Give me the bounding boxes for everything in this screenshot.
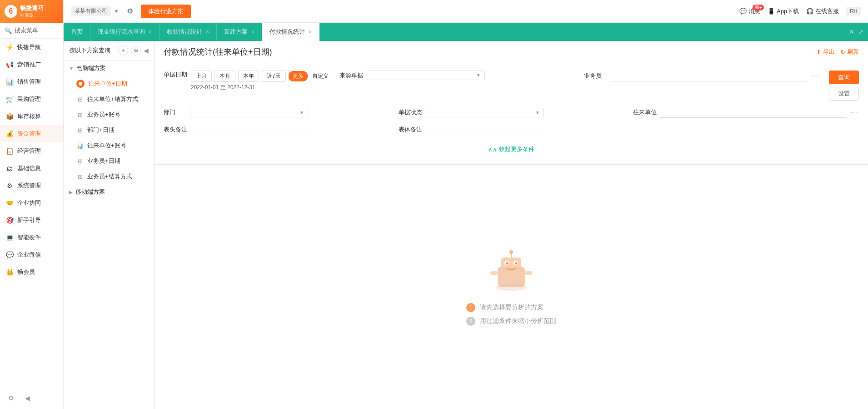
sidebar-item-collab[interactable]: 🤝 企业协同	[0, 194, 63, 212]
staff-filter: 业务员 ···	[584, 71, 820, 81]
sidebar-item-member[interactable]: 👑 畅会员	[0, 263, 63, 281]
filter-row-2: 部门 ▼ 单据状态 ▼ 往来单位	[164, 107, 859, 118]
scheme-collapse-btn[interactable]: ◀	[144, 47, 149, 54]
date-btn-this-year[interactable]: 本年	[238, 71, 259, 82]
partner-filter-more[interactable]: ···	[850, 108, 859, 116]
trial-industry-btn[interactable]: 体验行业方案	[141, 5, 191, 18]
tab-receivable[interactable]: 收款情况统计 ×	[160, 23, 217, 41]
marketing-icon: 📢	[5, 61, 14, 69]
table-icon-3: ⊞	[76, 126, 84, 134]
sidebar-item-basic-info[interactable]: 🗂 基础信息	[0, 160, 63, 177]
svg-rect-10	[490, 271, 498, 275]
dept-select[interactable]: ▼	[190, 108, 308, 117]
scheme-panel-header: 按以下方案查询 + ⚙ ◀	[64, 41, 154, 61]
sidebar-header: 6 畅捷通巧 标准版	[0, 0, 63, 23]
date-btn-last-month[interactable]: 上月	[191, 71, 212, 82]
scheme-item-unit-date[interactable]: 往来单位+日期	[64, 76, 154, 91]
staff-filter-more[interactable]: ···	[811, 72, 820, 80]
tab-bank-close[interactable]: ×	[149, 29, 152, 35]
search-menu[interactable]: 🔍 搜索菜单	[0, 23, 63, 39]
query-btn[interactable]: 查询	[829, 71, 859, 84]
query-btn-group: 查询 设置	[829, 71, 859, 101]
desktop-group-toggle[interactable]: ▼ 电脑端方案	[64, 61, 154, 76]
table-icon-4: ⊞	[76, 157, 84, 165]
header-note-input[interactable]	[191, 124, 309, 135]
scheme-panel-actions: + ⚙ ◀	[118, 45, 149, 56]
empty-step-1: 1 请先选择要分析的方案	[466, 303, 556, 312]
sidebar-item-hardware[interactable]: 💻 智能硬件	[0, 229, 63, 246]
tab-receivable-close[interactable]: ×	[206, 29, 209, 35]
svg-point-9	[509, 250, 513, 254]
sidebar-item-sales[interactable]: 📊 销售管理	[0, 73, 63, 91]
tab-new-scheme-close[interactable]: ×	[251, 29, 254, 35]
footer-settings-btn[interactable]: ⚙	[5, 392, 17, 404]
export-btn[interactable]: ⬆ 导出	[816, 48, 835, 56]
tab-bank[interactable]: 现金银行流水查询 ×	[90, 23, 160, 41]
body-note-input[interactable]	[426, 124, 544, 135]
date-btn-this-month[interactable]: 本月	[215, 71, 235, 82]
tab-new-scheme[interactable]: 新建方案 ×	[217, 23, 262, 41]
date-range-display: 2022-01-01 至 2022-12-31	[191, 84, 330, 91]
table-icon-5: ⊞	[76, 173, 84, 180]
tab-payment[interactable]: 付款情况统计 ×	[262, 23, 319, 41]
date-btn-more[interactable]: 更多	[289, 71, 308, 81]
footer-collapse-btn[interactable]: ◀	[21, 392, 34, 404]
sidebar-item-inventory[interactable]: 📦 库存核算	[0, 108, 63, 125]
message-btn[interactable]: 💬 消息 99+	[739, 7, 760, 15]
tabbar-actions: ✕ ⤢	[844, 23, 868, 41]
sidebar-item-system[interactable]: ⚙ 系统管理	[0, 177, 63, 194]
partner-input[interactable]	[660, 107, 846, 118]
sidebar-item-quick-nav[interactable]: ⚡ 快捷导航	[0, 39, 63, 56]
scheme-item-staff-date[interactable]: ⊞ 业务员+日期	[64, 153, 154, 169]
source-select-arrow: ▼	[476, 73, 481, 78]
tab-maximize-btn[interactable]: ⤢	[858, 28, 863, 35]
scheme-item-unit-settlement[interactable]: ⊞ 往来单位+结算方式	[64, 91, 154, 107]
collapse-more-btn[interactable]: ∧∧ 收起更多条件	[481, 141, 542, 157]
topbar-settings-btn[interactable]: ⚙	[124, 5, 136, 18]
svg-rect-11	[525, 271, 532, 275]
tab-close-all-btn[interactable]: ✕	[849, 28, 854, 35]
scheme-item-dept-date[interactable]: ⊞ 部门+日期	[64, 122, 154, 138]
add-scheme-btn[interactable]: +	[118, 45, 128, 56]
sidebar-item-operations[interactable]: 📋 经营管理	[0, 142, 63, 160]
date-btn-group: 上月 本月 本年 近7天 更多 自定义	[191, 71, 330, 82]
company-selector[interactable]: 某某有限公司 ▼	[71, 6, 119, 16]
scheme-item-staff-settlement[interactable]: ⊞ 业务员+结算方式	[64, 169, 154, 184]
staff-input[interactable]	[610, 71, 807, 81]
search-icon: 🔍	[5, 27, 12, 34]
scheme-item-staff-account[interactable]: ⊞ 业务员+账号	[64, 107, 154, 122]
scheme-settings-btn[interactable]: ⚙	[131, 45, 141, 56]
tab-home[interactable]: 首页	[64, 23, 90, 41]
user-account[interactable]: Rit	[846, 7, 861, 15]
settings-config-btn[interactable]: 设置	[829, 87, 859, 101]
sidebar-item-marketing[interactable]: 📢 营销推广	[0, 56, 63, 73]
sidebar-item-guide[interactable]: 🎯 新手引导	[0, 212, 63, 229]
partner-filter: 往来单位 ···	[633, 107, 859, 118]
mobile-group-toggle[interactable]: ▶ 移动端方案	[64, 184, 154, 200]
tabbar: 首页 现金银行流水查询 × 收款情况统计 × 新建方案 × 付款情况统计 × ✕…	[64, 23, 868, 41]
filter-row-3: 表头备注 表体备注	[164, 124, 859, 135]
tab-payment-close[interactable]: ×	[309, 29, 312, 35]
date-btn-7days[interactable]: 近7天	[262, 71, 286, 82]
step-2-num: 2	[466, 317, 475, 326]
empty-steps: 1 请先选择要分析的方案 2 用过滤条件来缩小分析范围	[466, 303, 556, 326]
app-download-btn[interactable]: 📱 App下载	[768, 7, 799, 15]
dept-select-arrow: ▼	[299, 110, 304, 115]
desktop-arrow-icon: ▼	[69, 66, 74, 71]
date-filter: 单据日期 上月 本月 本年 近7天 更多 自定义 2022-01-01 至 20…	[164, 71, 330, 91]
desktop-scheme-group: ▼ 电脑端方案 往来单位+日期 ⊞ 往来单位+结算方式 ⊞ 业务员+账号	[64, 61, 154, 184]
status-select-arrow: ▼	[535, 110, 540, 115]
status-select[interactable]: ▼	[426, 108, 544, 117]
filter-area: 单据日期 上月 本月 本年 近7天 更多 自定义 2022-01-01 至 20…	[155, 63, 868, 165]
date-btn-custom[interactable]: 自定义	[310, 71, 330, 81]
page-header: 付款情况统计(往来单位+日期) ⬆ 导出 ↻ 刷新	[155, 41, 868, 63]
source-select[interactable]: ▼	[367, 71, 485, 80]
sidebar-item-finance[interactable]: 💰 资金管理	[0, 125, 63, 142]
sidebar-item-wechat[interactable]: 💬 企业微信	[0, 246, 63, 263]
sidebar-item-purchase[interactable]: 🛒 采购管理	[0, 91, 63, 108]
refresh-btn[interactable]: ↻ 刷新	[840, 48, 859, 56]
chart-icon-1: 📊	[76, 142, 84, 149]
dept-filter: 部门 ▼	[164, 108, 389, 117]
scheme-item-unit-account[interactable]: 📊 往来单位+账号	[64, 138, 154, 153]
online-service-btn[interactable]: 🎧 在线客服	[806, 7, 839, 15]
